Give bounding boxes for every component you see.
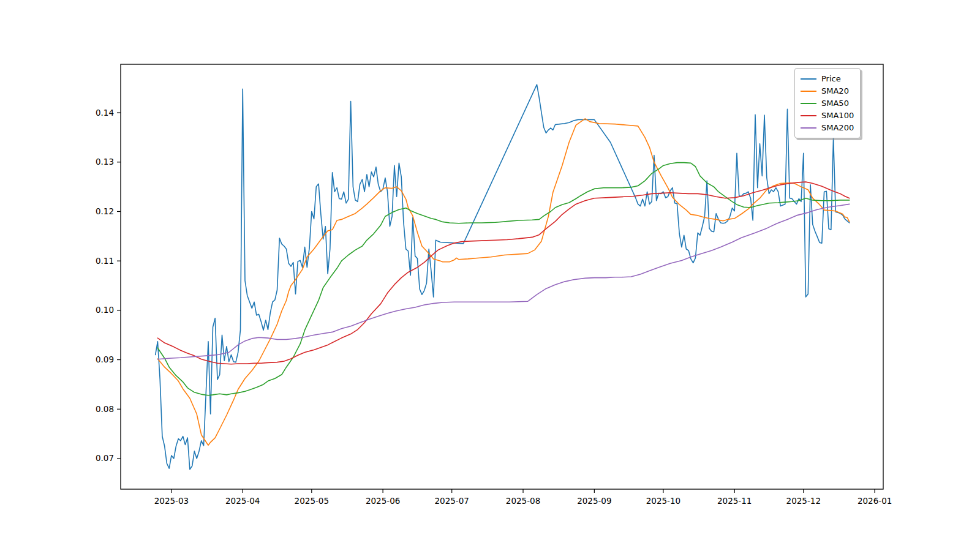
legend-item-price: Price [801,73,855,85]
x-tick-label: 2025-08 [506,496,540,506]
legend-label: Price [821,73,841,85]
legend-line-swatch [801,91,816,92]
sma50-line [157,163,849,395]
x-tick-label: 2025-11 [717,496,752,506]
y-tick-label: 0.10 [96,305,114,315]
legend-item-sma200: SMA200 [801,122,855,134]
x-tick-label: 2026-01 [858,496,892,506]
axes-frame [121,64,883,489]
legend-label: SMA200 [821,122,854,134]
x-tick-label: 2025-06 [366,496,400,506]
x-tick-label: 2025-03 [154,496,189,506]
x-tick-label: 2025-04 [225,496,260,506]
x-tick-label: 2025-05 [295,496,329,506]
y-tick-label: 0.07 [96,453,114,463]
x-tick-label: 2025-09 [577,496,611,506]
sma20-line [157,119,849,445]
y-tick-label: 0.11 [96,256,114,266]
y-tick-label: 0.14 [96,108,114,118]
legend-box: PriceSMA20SMA50SMA100SMA200 [794,68,861,138]
legend-item-sma50: SMA50 [801,97,855,110]
sma200-line [157,204,849,359]
legend-item-sma20: SMA20 [801,85,855,97]
legend-line-swatch [801,115,816,116]
x-tick-label: 2025-10 [646,496,680,506]
x-tick-label: 2025-12 [786,496,821,506]
legend-line-swatch [801,103,816,104]
legend-label: SMA20 [821,85,849,97]
sma100-line [157,182,849,364]
y-tick-label: 0.12 [96,206,114,216]
x-tick-label: 2025-07 [434,496,469,506]
price-line [156,84,850,470]
y-tick-label: 0.13 [96,157,114,167]
legend-label: SMA100 [821,110,854,122]
legend-line-swatch [801,127,816,129]
legend-line-swatch [801,78,816,80]
legend-label: SMA50 [821,97,849,110]
y-tick-label: 0.08 [96,404,114,414]
figure-canvas: 2025-032025-042025-052025-062025-072025-… [0,0,980,551]
y-tick-label: 0.09 [96,354,114,364]
legend-item-sma100: SMA100 [801,110,855,122]
